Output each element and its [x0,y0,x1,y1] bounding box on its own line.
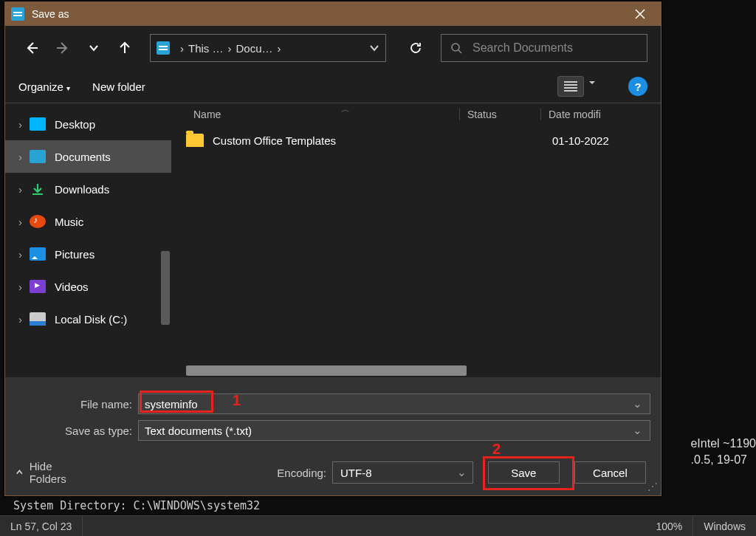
save-button[interactable]: Save [488,461,560,484]
sidebar-item-desktop[interactable]: ›Desktop [5,108,171,140]
breadcrumb-part2[interactable]: Docu… [236,42,273,55]
search-icon [450,42,462,54]
filename-input[interactable]: systeminfo ⌄ [138,394,650,414]
desktop-icon [30,117,46,131]
view-button[interactable] [557,76,584,97]
encoding-value: UTF-8 [340,467,372,479]
cancel-label: Cancel [593,467,628,479]
sidebar-label: Pictures [55,248,94,261]
sidebar-item-music[interactable]: ›Music [5,205,171,238]
sidebar-item-videos[interactable]: ›Videos [5,270,171,303]
sidebar-label: Music [55,216,83,228]
pictures-icon [30,247,46,261]
videos-icon [30,280,46,293]
recent-dropdown[interactable] [80,35,107,61]
file-list: ︿ Name Status Date modifi Custom Office … [171,103,661,377]
cancel-button[interactable]: Cancel [574,461,646,484]
savetype-value: Text documents (*.txt) [145,425,252,437]
filename-value: systeminfo [145,398,198,410]
sidebar-label: Local Disk (C:) [55,313,127,326]
svg-point-0 [452,44,459,51]
encoding-label: Encoding: [277,467,326,479]
resize-grip-icon[interactable]: ⋰ [647,481,658,492]
music-icon [30,215,46,228]
chevron-right-icon: › [278,42,281,55]
sidebar-scrollbar[interactable] [161,251,170,325]
breadcrumb-part1[interactable]: This … [188,42,224,55]
chevron-right-icon: › [18,118,22,131]
sidebar-item-pictures[interactable]: ›Pictures [5,238,171,270]
chevron-right-icon: › [18,151,22,163]
sidebar: ›Desktop ›Documents ›Downloads ›Music ›P… [5,103,171,377]
refresh-button[interactable] [402,35,429,61]
chevron-down-icon [89,43,99,53]
back-button[interactable] [18,35,45,61]
forward-button[interactable] [49,35,76,61]
window-title: Save as [32,8,69,20]
status-position: Ln 57, Col 23 [0,516,83,536]
nav-bar: › This … › Docu… › Search Documents [5,26,661,70]
titlebar[interactable]: Save as [5,2,661,26]
encoding-select[interactable]: UTF-8 ⌄ [332,461,473,484]
column-headers[interactable]: Name Status Date modifi [171,103,661,126]
save-as-dialog: Save as › This … › Docu… › Search Docume… [4,1,662,496]
arrow-left-icon [24,41,39,55]
status-bar: Ln 57, Col 23 100% Windows [0,515,756,536]
breadcrumb-dropdown[interactable] [369,43,379,53]
chevron-down-icon[interactable]: ⌄ [457,466,467,479]
organize-menu[interactable]: Organize ▾ [18,80,70,93]
file-name: Custom Office Templates [213,134,471,147]
breadcrumb[interactable]: › This … › Docu… › [150,34,386,62]
status-zoom: 100% [645,516,693,536]
sort-indicator-icon: ︿ [341,103,350,116]
up-button[interactable] [111,35,138,61]
chevron-right-icon: › [18,313,22,326]
chevron-down-icon [369,43,379,53]
chevron-right-icon: › [228,42,232,55]
chevron-up-icon [16,468,24,477]
search-placeholder: Search Documents [472,41,573,55]
sidebar-label: Videos [55,281,89,293]
close-icon [635,9,645,19]
downloads-icon [30,182,46,196]
location-icon [157,41,170,55]
search-input[interactable]: Search Documents [441,34,647,62]
chevron-down-icon[interactable]: ⌄ [633,424,642,437]
background-text-sysdir: System Directory: C:\WINDOWS\system32 [13,499,260,512]
hide-folders-label: Hide Folders [30,460,86,485]
savetype-label: Save as type: [5,425,138,437]
column-date[interactable]: Date modifi [540,109,661,120]
column-name[interactable]: Name [193,109,459,120]
sidebar-item-documents[interactable]: ›Documents [5,140,171,173]
help-button[interactable]: ? [628,77,647,96]
column-status[interactable]: Status [459,109,540,120]
hide-folders-link[interactable]: Hide Folders [16,460,85,485]
arrow-right-icon [55,41,70,55]
file-row[interactable]: Custom Office Templates 01-10-2022 [171,126,661,155]
background-text-right: eIntel ~1190 .0.5, 19-07 [690,436,756,468]
chevron-down-icon[interactable]: ⌄ [633,397,642,410]
close-button[interactable] [625,2,655,26]
chevron-right-icon: › [18,248,22,261]
sidebar-item-local-disk[interactable]: ›Local Disk (C:) [5,303,171,335]
sidebar-item-downloads[interactable]: ›Downloads [5,173,171,205]
refresh-icon [409,41,422,55]
horizontal-scrollbar[interactable] [186,365,467,376]
arrow-up-icon [117,41,132,55]
save-label: Save [511,467,536,479]
sidebar-label: Documents [55,151,111,163]
list-view-icon [564,81,577,92]
chevron-right-icon: › [18,183,22,196]
app-icon [11,7,24,21]
chevron-right-icon: › [18,281,22,293]
savetype-select[interactable]: Text documents (*.txt) ⌄ [138,420,650,441]
filename-label: File name: [5,398,138,410]
documents-icon [30,150,46,163]
chevron-right-icon: › [180,42,184,55]
folder-icon [186,134,204,147]
chevron-right-icon: › [18,216,22,228]
sidebar-label: Desktop [55,118,95,131]
new-folder-button[interactable]: New folder [92,80,145,93]
sidebar-label: Downloads [55,183,109,196]
file-date: 01-10-2022 [552,134,661,147]
